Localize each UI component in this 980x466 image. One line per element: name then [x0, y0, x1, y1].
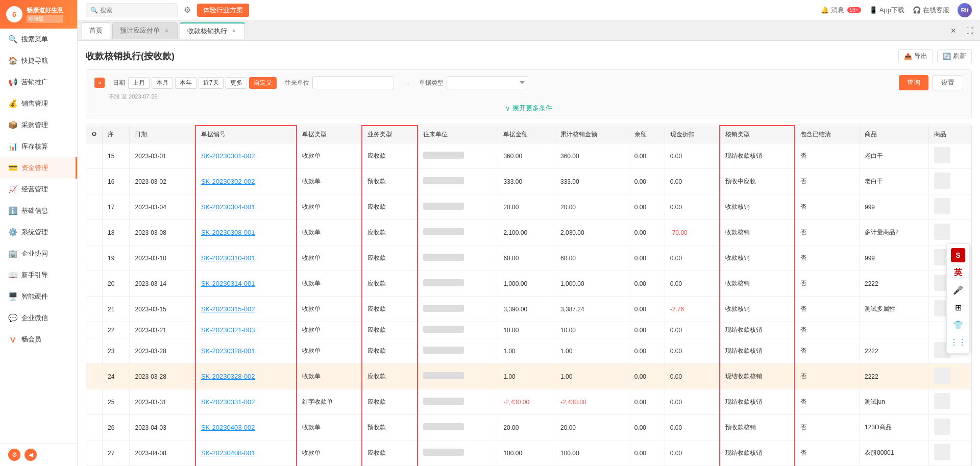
date-custom-btn[interactable]: 自定义 [249, 77, 277, 89]
table-scroll[interactable]: ⚙ 序 日期 单据编号 单据类型 业务类型 往来单位 单据金额 累计核销金额 余… [86, 125, 971, 466]
fullscreen-button[interactable]: ⛶ [964, 24, 976, 37]
receipt-type-select[interactable] [447, 76, 528, 89]
table-cell[interactable]: SK-20230408-001 [195, 440, 297, 466]
sidebar-item-guide[interactable]: 📖 新手引导 [0, 264, 77, 286]
date-this-month-btn[interactable]: 本月 [152, 77, 173, 89]
table-cell[interactable] [86, 297, 103, 322]
grid-icon[interactable]: ⊞ [951, 300, 965, 314]
table-cell[interactable] [86, 143, 103, 169]
single-no-link[interactable]: SK-20230321-003 [201, 326, 255, 334]
sidebar-item-search[interactable]: 🔍 搜索菜单 [0, 29, 77, 50]
sidebar-item-wechat[interactable]: 💬 企业微信 [0, 307, 77, 329]
export-button[interactable]: 📤 导出 [898, 49, 933, 63]
refresh-button[interactable]: 🔄 刷新 [937, 49, 972, 63]
tab-collection-execute[interactable]: 收款核销执行 ✕ [180, 22, 245, 39]
sidebar-item-enterprise[interactable]: 🏢 企业协同 [0, 243, 77, 264]
sidebar-item-operation[interactable]: 📈 经营管理 [0, 179, 77, 200]
search-input[interactable] [100, 7, 161, 14]
single-no-link[interactable]: SK-20230304-001 [201, 203, 255, 211]
table-cell: 收款单 [297, 194, 362, 220]
table-cell[interactable]: SK-20230304-001 [195, 194, 297, 220]
single-no-link[interactable]: SK-20230315-002 [201, 305, 255, 313]
tab-collection-execute-close[interactable]: ✕ [230, 28, 237, 35]
table-cell[interactable]: SK-20230403-002 [195, 415, 297, 440]
date-more-btn[interactable]: 更多 [226, 77, 247, 89]
user-avatar[interactable]: Rit [958, 3, 972, 17]
single-no-link[interactable]: SK-20230302-002 [201, 178, 255, 185]
sogou-brand-icon[interactable]: 英 [951, 265, 965, 280]
filter-settings-button[interactable]: 设置 [933, 75, 963, 90]
table-cell[interactable]: SK-20230331-002 [195, 389, 297, 415]
sidebar-item-label: 库存核算 [21, 142, 48, 151]
table-cell[interactable]: SK-20230321-003 [195, 322, 297, 338]
table-cell[interactable]: SK-20230302-002 [195, 169, 297, 194]
table-cell: 0.00 [629, 440, 665, 466]
single-no-link[interactable]: SK-20230308-001 [201, 229, 255, 236]
filter-expand-icon[interactable]: » [94, 78, 105, 88]
sidebar-item-sales[interactable]: 💰 销售管理 [0, 93, 77, 114]
single-no-link[interactable]: SK-20230331-002 [201, 398, 255, 406]
table-cell[interactable] [86, 415, 103, 440]
table-cell[interactable]: SK-20230314-001 [195, 271, 297, 297]
messages-button[interactable]: 🔔 消息 99+ [821, 6, 861, 15]
single-no-link[interactable]: SK-20230328-002 [201, 373, 255, 380]
table-cell [929, 364, 971, 389]
table-cell[interactable]: SK-20230315-002 [195, 297, 297, 322]
close-all-tabs-button[interactable]: ✕ [947, 24, 960, 37]
table-cell[interactable]: SK-20230310-001 [195, 246, 297, 271]
table-cell[interactable]: SK-20230301-002 [195, 143, 297, 169]
single-no-link[interactable]: SK-20230328-001 [201, 347, 255, 355]
sidebar-item-basic[interactable]: ℹ️ 基础信息 [0, 200, 77, 222]
collapse-button[interactable]: ◀ [24, 449, 37, 461]
sidebar-item-marketing[interactable]: 📢 营销推广 [0, 71, 77, 93]
sogou-s-icon[interactable]: S [951, 248, 965, 262]
sidebar-item-system[interactable]: ⚙️ 系统管理 [0, 222, 77, 243]
single-no-link[interactable]: SK-20230301-002 [201, 152, 255, 160]
single-no-link[interactable]: SK-20230408-001 [201, 449, 255, 457]
th-date: 日期 [130, 126, 195, 143]
sidebar-item-inventory[interactable]: 📊 库存核算 [0, 136, 77, 157]
sidebar-item-capital[interactable]: 💳 资金管理 [0, 157, 77, 179]
sidebar-item-hardware[interactable]: 🖥️ 智能硬件 [0, 286, 77, 307]
expand-more-button[interactable]: ∨ 展开更多条件 [94, 104, 963, 113]
settings-icon[interactable]: ⚙ [182, 3, 193, 17]
settings-button[interactable]: ⚙ [8, 449, 20, 461]
sidebar-item-quick-nav[interactable]: 🏠 快捷导航 [0, 50, 77, 71]
mic-icon[interactable]: 🎤 [951, 283, 965, 297]
table-cell[interactable] [86, 246, 103, 271]
table-cell: 25 [103, 389, 130, 415]
sidebar-item-member[interactable]: V 畅会员 [0, 329, 77, 350]
table-cell[interactable] [86, 322, 103, 338]
online-service-button[interactable]: 🎧 在线客服 [913, 6, 949, 15]
single-no-link[interactable]: SK-20230403-002 [201, 424, 255, 431]
table-cell[interactable] [86, 440, 103, 466]
single-no-link[interactable]: SK-20230310-001 [201, 254, 255, 262]
sidebar-item-purchase[interactable]: 📦 采购管理 [0, 114, 77, 136]
tab-home[interactable]: 首页 [82, 22, 110, 39]
date-this-year-btn[interactable]: 本年 [175, 77, 197, 89]
apps-icon[interactable]: ⋮⋮ [951, 335, 965, 349]
tab-receivable-payable-close[interactable]: ✕ [163, 27, 170, 34]
sidebar-item-label: 畅会员 [21, 335, 41, 344]
th-settings[interactable]: ⚙ [86, 126, 103, 143]
table-cell[interactable] [86, 338, 103, 364]
date-last-7-btn[interactable]: 近7天 [199, 77, 224, 89]
table-cell[interactable] [86, 364, 103, 389]
table-cell[interactable] [86, 194, 103, 220]
tab-receivable-payable[interactable]: 预计应应付单 ✕ [112, 22, 178, 39]
single-no-link[interactable]: SK-20230314-001 [201, 280, 255, 287]
table-cell[interactable] [86, 169, 103, 194]
table-cell[interactable] [86, 271, 103, 297]
solution-button[interactable]: 体验行业方案 [197, 4, 249, 17]
shirt-icon[interactable]: 👕 [951, 317, 965, 332]
table-cell[interactable] [86, 389, 103, 415]
table-cell[interactable] [86, 220, 103, 246]
app-download-button[interactable]: 📱 App下载 [869, 6, 904, 15]
table-cell[interactable]: SK-20230328-002 [195, 364, 297, 389]
table-cell[interactable]: SK-20230328-001 [195, 338, 297, 364]
table-cell[interactable]: SK-20230308-001 [195, 220, 297, 246]
date-last-month-btn[interactable]: 上月 [128, 77, 150, 89]
search-box[interactable]: 🔍 [86, 3, 178, 17]
partner-input[interactable] [312, 76, 394, 89]
query-button[interactable]: 查询 [899, 75, 928, 90]
